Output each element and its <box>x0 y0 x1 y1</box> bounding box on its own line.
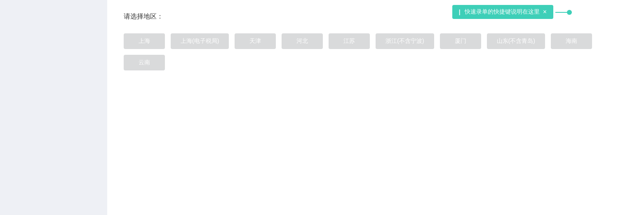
region-button[interactable]: 江苏 <box>329 33 370 49</box>
region-button[interactable]: 河北 <box>282 33 323 49</box>
region-button[interactable]: 厦门 <box>440 33 481 49</box>
region-grid: 上海上海(电子税局)天津河北江苏浙江(不含宁波)厦门山东(不含青岛)海南云南 <box>124 33 628 70</box>
main-content: 请选择地区： 上海上海(电子税局)天津河北江苏浙江(不含宁波)厦门山东(不含青岛… <box>107 0 644 215</box>
region-button[interactable]: 天津 <box>235 33 276 49</box>
region-button[interactable]: 山东(不含青岛) <box>487 33 545 49</box>
tooltip-banner: 快速录单的快捷键说明在这里 × <box>452 5 553 19</box>
tooltip-close-button[interactable]: × <box>543 9 547 15</box>
sidebar <box>0 0 107 215</box>
region-button[interactable]: 海南 <box>551 33 592 49</box>
region-button[interactable]: 云南 <box>124 55 165 70</box>
region-button[interactable]: 浙江(不含宁波) <box>376 33 434 49</box>
region-button[interactable]: 上海(电子税局) <box>171 33 229 49</box>
tooltip-dot <box>567 10 572 15</box>
tooltip-text: 快速录单的快捷键说明在这里 <box>465 8 540 16</box>
region-button[interactable]: 上海 <box>124 33 165 49</box>
